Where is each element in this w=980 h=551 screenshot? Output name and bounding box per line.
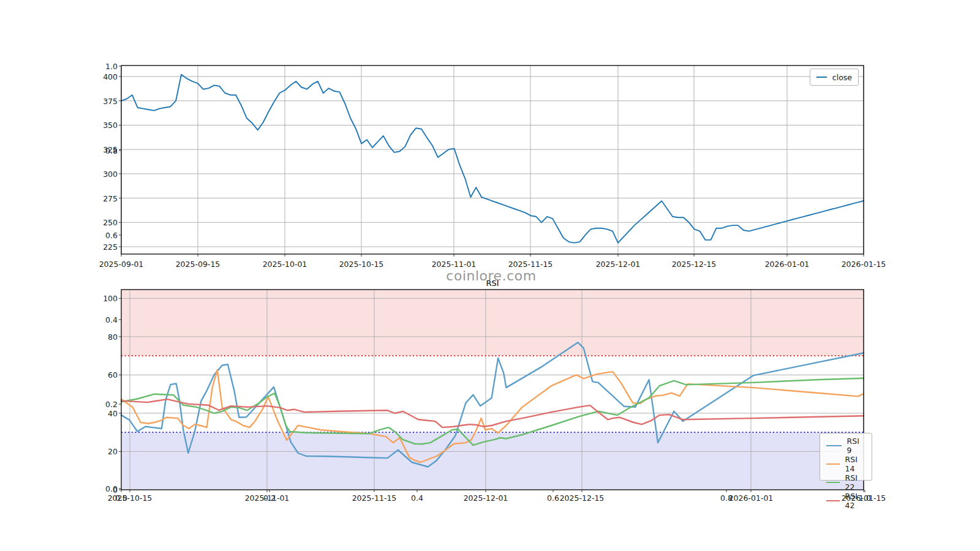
price-x-tick-label: 2025-10-15	[339, 260, 384, 269]
rsi-panel-title: RSI	[486, 279, 499, 288]
price-x-tick-label: 2025-09-01	[99, 260, 144, 269]
ghost-x-tick-label: 0.4	[411, 493, 423, 503]
legend-rsi-42: RSI 42	[826, 492, 865, 510]
rsi-oversold-band	[121, 432, 864, 490]
ghost-y-tick-label: 0.8	[105, 146, 118, 156]
rsi-x-tick-label: 2026-01-01	[729, 493, 774, 503]
price-x-tick-label: 2025-11-01	[432, 260, 477, 269]
rsi-x-tick-label: 2025-12-15	[560, 493, 605, 503]
ghost-x-tick-label: 0.0	[115, 493, 127, 503]
price-y-tick-label: 225	[103, 242, 118, 252]
legend-close-label: close	[832, 73, 852, 82]
price-x-tick-label: 2025-12-01	[596, 260, 641, 269]
ghost-x-tick-label: 0.6	[547, 493, 559, 503]
price-x-tick-label: 2025-09-15	[176, 260, 221, 269]
ghost-y-tick-label: 0.6	[105, 231, 118, 240]
rsi-y-tick-label: 100	[103, 294, 118, 303]
rsi-y-tick-label: 80	[108, 332, 118, 341]
rsi-x-tick-label: 2025-12-01	[464, 493, 508, 503]
ghost-y-tick-label: 0.0	[105, 484, 118, 493]
close-line	[121, 75, 864, 243]
price-y-tick-label: 300	[103, 169, 118, 178]
legend-close-swatch	[816, 77, 827, 78]
legend-rsi-42-label: RSI 42	[845, 492, 865, 510]
ghost-y-tick-label: 0.2	[105, 400, 118, 409]
legend-rsi-22-label: RSI 22	[845, 473, 865, 492]
price-y-tick-label: 250	[103, 218, 118, 227]
ghost-x-tick-label: 0.8	[720, 493, 733, 503]
price-x-tick-label: 2025-11-15	[508, 260, 553, 269]
rsi-y-tick-label: 20	[108, 447, 118, 456]
rsi-y-tick-label: 60	[108, 370, 118, 380]
price-x-tick-label: 2026-01-15	[842, 260, 886, 269]
price-legend: close	[810, 69, 859, 86]
price-y-tick-label: 375	[103, 96, 118, 105]
rsi-y-tick-label: 40	[108, 408, 118, 418]
legend-rsi-22-swatch	[826, 482, 840, 483]
price-x-tick-label: 2026-01-01	[765, 260, 810, 269]
legend-rsi-9-label: RSI 9	[847, 437, 865, 455]
legend-rsi-9-swatch	[826, 445, 842, 446]
legend-rsi-14-swatch	[826, 463, 840, 465]
legend-rsi-42-swatch	[826, 500, 840, 501]
legend-rsi-22: RSI 22	[826, 473, 865, 492]
legend-rsi-14-label: RSI 14	[845, 455, 865, 473]
rsi-legend: RSI 9RSI 14RSI 22RSI 42	[820, 433, 872, 481]
ghost-x-tick-label: 0.2	[263, 493, 276, 503]
price-x-tick-label: 2025-10-01	[263, 260, 307, 269]
price-panel-border	[121, 66, 864, 254]
ghost-y-tick-label: 1.0	[105, 62, 118, 71]
price-y-tick-label: 400	[103, 72, 118, 81]
legend-close: close	[816, 73, 852, 82]
legend-rsi-9: RSI 9	[826, 437, 865, 455]
price-x-tick-label: 2025-12-15	[672, 260, 717, 269]
price-y-tick-label: 350	[103, 121, 118, 130]
rsi-overbought-band	[121, 290, 864, 356]
rsi-x-tick-label: 2025-11-15	[352, 493, 397, 503]
legend-rsi-14: RSI 14	[826, 455, 865, 473]
chart-figure: 2025-09-012025-09-152025-10-012025-10-15…	[0, 0, 980, 551]
price-y-tick-label: 275	[103, 193, 118, 203]
rsi-x-tick-label: 2025-10-15	[108, 493, 153, 503]
ghost-y-tick-label: 0.4	[105, 315, 118, 324]
